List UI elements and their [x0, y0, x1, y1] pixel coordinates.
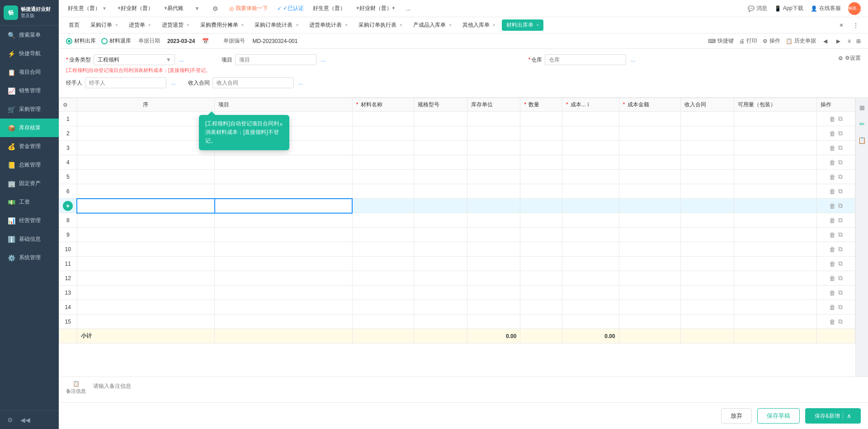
print-btn[interactable]: 🖨 打印: [739, 37, 757, 45]
copy-row-icon[interactable]: ⧉: [838, 245, 843, 253]
copy-row-icon[interactable]: ⧉: [838, 216, 843, 224]
tab-purchase-stat[interactable]: 采购订单统计表 ×: [250, 19, 303, 31]
tooltip-close-btn[interactable]: ×: [279, 119, 283, 129]
tab-purchase-exec[interactable]: 采购订单执行表 ×: [354, 19, 407, 31]
copy-row-icon[interactable]: ⧉: [838, 260, 843, 267]
notes-input[interactable]: [91, 381, 861, 399]
tab-close-icon[interactable]: ×: [493, 23, 495, 28]
tab-return-goods[interactable]: 进货退货 ×: [157, 19, 194, 31]
tab-close-icon[interactable]: ×: [296, 23, 298, 28]
sidebar-item-purchase[interactable]: 🛒 采购管理: [0, 100, 59, 119]
tab-product-in[interactable]: 产成品入库单 ×: [409, 19, 456, 31]
operation-btn[interactable]: ⚙ 操作: [763, 37, 780, 45]
copy-row-icon[interactable]: ⧉: [838, 303, 843, 311]
radio-material-return[interactable]: 材料退库: [101, 37, 131, 45]
sidebar-collapse-icon[interactable]: ◀◀: [20, 416, 30, 424]
next-doc-btn[interactable]: ▶: [835, 38, 842, 44]
user-avatar[interactable]: 畅捷通8号...: [848, 2, 861, 15]
income-contract-input[interactable]: [212, 77, 294, 88]
calendar-icon[interactable]: 📅: [202, 38, 209, 44]
tab-close-icon[interactable]: ×: [115, 23, 118, 28]
sidebar-item-basic[interactable]: ℹ️ 基础信息: [0, 230, 59, 248]
biz-type-input[interactable]: [94, 54, 175, 65]
save-draft-button[interactable]: 保存草稿: [757, 408, 800, 424]
tab-close-icon[interactable]: ×: [400, 23, 402, 28]
tab-purchase-order[interactable]: 采购订单 ×: [86, 19, 123, 31]
sidebar-settings-icon[interactable]: ⚙: [7, 416, 13, 424]
copy-row-icon[interactable]: ⧉: [838, 115, 843, 123]
list-view-btn[interactable]: ≡: [848, 38, 851, 44]
row7-col1-input[interactable]: [81, 203, 211, 209]
right-sidebar-icon-1[interactable]: ⊞: [857, 101, 868, 114]
delete-row-icon[interactable]: 🗑: [829, 130, 835, 137]
nav-good-wealth2[interactable]: +好业财（普）+: [354, 5, 397, 12]
cost-info-icon[interactable]: ℹ: [587, 101, 590, 108]
delete-row-icon[interactable]: 🗑: [829, 188, 835, 195]
sidebar-item-inventory[interactable]: 📦 库存核算: [0, 119, 59, 137]
delete-row-icon[interactable]: 🗑: [829, 217, 835, 224]
add-row-btn[interactable]: +: [63, 201, 73, 211]
copy-row-icon[interactable]: ⧉: [838, 202, 843, 210]
sidebar-item-salary[interactable]: 💵 工资: [0, 193, 59, 211]
delete-row-icon[interactable]: 🗑: [829, 275, 835, 282]
grid-view-btn[interactable]: ⊞: [856, 38, 861, 44]
date-value[interactable]: 2023-03-24: [167, 38, 195, 44]
sidebar-item-search[interactable]: 🔍 搜索菜单: [0, 26, 59, 44]
sidebar-item-operations[interactable]: 📊 经营管理: [0, 211, 59, 230]
app-download-btn[interactable]: 📱 App下载: [774, 5, 803, 12]
tab-purchase-expense[interactable]: 采购费用分摊单 ×: [196, 19, 249, 31]
biz-type-more-btn[interactable]: ...: [178, 57, 186, 63]
discard-button[interactable]: 放弃: [721, 408, 752, 424]
sidebar-item-ledger[interactable]: 📒 总账管理: [0, 156, 59, 174]
tab-close-icon[interactable]: ×: [449, 23, 452, 28]
save-new-arrow-icon[interactable]: ∧: [843, 412, 851, 419]
sidebar-item-assets[interactable]: 🏢 固定资产: [0, 174, 59, 193]
delete-row-icon[interactable]: 🗑: [829, 260, 835, 267]
delete-row-icon[interactable]: 🗑: [829, 115, 835, 123]
copy-row-icon[interactable]: ⧉: [838, 289, 843, 296]
sidebar-item-project[interactable]: 📋 项目合同: [0, 63, 59, 81]
delete-row-icon[interactable]: 🗑: [829, 202, 835, 210]
message-btn[interactable]: 💬 消息: [748, 5, 767, 12]
delete-row-icon[interactable]: 🗑: [829, 246, 835, 253]
tab-close-icon[interactable]: ×: [345, 23, 348, 28]
handler-input[interactable]: [85, 77, 166, 88]
radio-material-out[interactable]: 材料出库: [66, 37, 96, 45]
delete-row-icon[interactable]: 🗑: [829, 231, 835, 238]
save-new-button[interactable]: 保存&新增 ∧: [805, 408, 861, 424]
tab-receive-stat[interactable]: 进货单统计表 ×: [305, 19, 352, 31]
delete-row-icon[interactable]: 🗑: [829, 144, 835, 152]
copy-row-icon[interactable]: ⧉: [838, 318, 843, 325]
nav-good-biz[interactable]: 好生意（普） ▼: [66, 5, 108, 12]
shortcut-btn[interactable]: ⌨ 快捷键: [708, 37, 734, 45]
delete-row-icon[interactable]: 🗑: [829, 159, 835, 166]
nav-good-biz2[interactable]: 好生意（普）: [311, 5, 347, 12]
nav-experience[interactable]: ◎ 我要体验一下: [227, 5, 270, 12]
copy-row-icon[interactable]: ⧉: [838, 173, 843, 181]
right-sidebar-icon-2[interactable]: ✏: [857, 118, 868, 130]
prev-doc-btn[interactable]: ◀: [821, 38, 829, 44]
tab-material-out[interactable]: 材料出库单 ×: [502, 19, 544, 31]
copy-row-icon[interactable]: ⧉: [838, 274, 843, 282]
copy-row-icon[interactable]: ⧉: [838, 158, 843, 166]
tab-other-in[interactable]: 其他入库单 ×: [458, 19, 500, 31]
tab-menu-btn[interactable]: ⋮: [849, 20, 863, 31]
handler-more-btn[interactable]: ...: [169, 80, 177, 86]
nav-settings[interactable]: ⚙: [212, 5, 218, 12]
tab-home[interactable]: 首页: [64, 19, 84, 31]
nav-good-wealth[interactable]: +好业财（普）: [116, 5, 155, 12]
close-all-btn[interactable]: ✕: [835, 20, 847, 30]
project-more-btn[interactable]: ...: [319, 57, 327, 63]
delete-row-icon[interactable]: 🗑: [829, 289, 835, 296]
delete-row-icon[interactable]: 🗑: [829, 318, 835, 325]
delete-row-icon[interactable]: 🗑: [829, 173, 835, 181]
col-settings[interactable]: ⚙: [59, 98, 77, 112]
tab-close-icon[interactable]: ×: [537, 23, 539, 28]
warehouse-input[interactable]: [545, 54, 626, 65]
warehouse-more-btn[interactable]: ...: [629, 57, 637, 63]
sidebar-item-quicknav[interactable]: ⚡ 快捷导航: [0, 44, 59, 63]
right-sidebar-icon-3[interactable]: 📋: [855, 134, 868, 147]
nav-easy-agent[interactable]: +易代账: [162, 5, 185, 12]
project-input[interactable]: [235, 54, 316, 65]
copy-row-icon[interactable]: ⧉: [838, 144, 843, 152]
